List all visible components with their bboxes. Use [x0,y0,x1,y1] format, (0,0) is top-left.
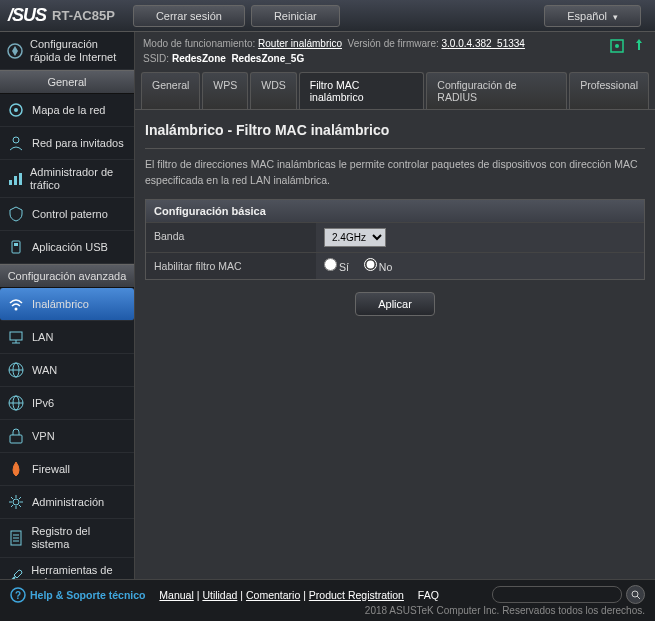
topbar: /SUS RT-AC85P Cerrar sesión Reiniciar Es… [0,0,655,32]
logout-button[interactable]: Cerrar sesión [133,5,245,27]
panel-header: Configuración básica [146,200,644,222]
radio-yes[interactable] [324,258,337,271]
svg-rect-4 [9,180,12,185]
sidebar-item-label: Firewall [32,463,70,476]
usb-icon [6,237,26,257]
apply-button[interactable]: Aplicar [355,292,435,316]
lan-icon [6,327,26,347]
sidebar-item-registro-del-sistema[interactable]: Registro del sistema [0,519,134,557]
help-icon[interactable]: ? [10,587,26,603]
info-strip: Modo de funcionamiento: Router inalámbri… [135,32,655,72]
radio-no-label[interactable]: No [364,258,392,273]
svg-line-31 [637,596,640,599]
sidebar: Configuración rápida de Internet General… [0,32,135,579]
svg-rect-5 [14,176,17,185]
traffic-icon [6,169,24,189]
brand-logo: /SUS [8,5,46,26]
language-button[interactable]: Español [544,5,641,27]
qis-icon [6,41,24,61]
sidebar-item-label: Configuración rápida de Internet [30,38,128,63]
tab-configuración-de-radius[interactable]: Configuración de RADIUS [426,72,567,109]
sidebar-item-ipv6[interactable]: IPv6 [0,387,134,420]
page-description: El filtro de direcciones MAC inalámbrica… [145,157,645,189]
ssid-label: SSID: [143,53,169,64]
tab-wps[interactable]: WPS [202,72,248,109]
footer: ? Help & Soporte técnico Manual | Utilid… [0,579,655,621]
sidebar-item-herramientas-de-red[interactable]: Herramientas de red [0,558,134,579]
sidebar-item-label: Aplicación USB [32,241,108,254]
sidebar-item-label: Red para invitados [32,137,124,150]
map-icon [6,100,26,120]
mode-value-link[interactable]: Router inalámbrico [258,38,342,49]
svg-rect-6 [19,173,22,185]
sidebar-item-vpn[interactable]: VPN [0,420,134,453]
faq-search-input[interactable] [492,586,622,603]
svg-point-20 [13,499,19,505]
radio-yes-label[interactable]: Sí [324,258,349,273]
guest-icon [6,133,26,153]
sidebar-item-label: VPN [32,430,55,443]
footer-link-product-registration[interactable]: Product Registration [309,589,404,601]
log-icon [6,528,25,548]
footer-link-utilidad[interactable]: Utilidad [202,589,237,601]
page-title: Inalámbrico - Filtro MAC inalámbrico [145,122,645,138]
sidebar-header-general: General [0,70,134,94]
aimesh-icon[interactable] [609,38,625,54]
sidebar-item-firewall[interactable]: Firewall [0,453,134,486]
usb-icon[interactable] [631,38,647,54]
search-go-button[interactable] [626,585,645,604]
tabs: GeneralWPSWDSFiltro MAC inalámbricoConfi… [135,72,655,110]
sidebar-item-label: Registro del sistema [31,525,128,550]
tab-professional[interactable]: Professional [569,72,649,109]
sidebar-item-mapa-de-la-red[interactable]: Mapa de la red [0,94,134,127]
reboot-button[interactable]: Reiniciar [251,5,340,27]
ipv6-icon [6,393,26,413]
language-select[interactable]: Español [544,5,647,27]
sidebar-item-administración[interactable]: Administración [0,486,134,519]
sidebar-item-label: Administrador de tráfico [30,166,128,191]
sidebar-item-qis[interactable]: Configuración rápida de Internet [0,32,134,70]
sidebar-item-lan[interactable]: LAN [0,321,134,354]
copyright: 2018 ASUSTeK Computer Inc. Reservados to… [10,605,645,616]
sidebar-item-label: Control paterno [32,208,108,221]
sidebar-item-administrador-de-tráfico[interactable]: Administrador de tráfico [0,160,134,198]
admin-icon [6,492,26,512]
sidebar-item-wan[interactable]: WAN [0,354,134,387]
svg-text:?: ? [15,590,21,601]
footer-link-manual[interactable]: Manual [159,589,193,601]
faq-label: FAQ [418,589,439,601]
ssid2: RedesZone_5G [231,53,304,64]
fw-value-link[interactable]: 3.0.0.4.382_51334 [442,38,525,49]
sidebar-item-control-paterno[interactable]: Control paterno [0,198,134,231]
svg-rect-8 [14,243,18,246]
model-label: RT-AC85P [52,8,115,23]
fw-label: Versión de firmware: [348,38,439,49]
sidebar-item-label: WAN [32,364,57,377]
svg-rect-7 [12,241,20,253]
wifi-icon [6,294,26,314]
sidebar-item-inalámbrico[interactable]: Inalámbrico [0,288,134,321]
tab-wds[interactable]: WDS [250,72,297,109]
footer-link-comentario[interactable]: Comentario [246,589,300,601]
sidebar-item-label: Mapa de la red [32,104,105,117]
band-select[interactable]: 2.4GHz [324,228,386,247]
tools-icon [6,566,25,579]
mode-label: Modo de funcionamiento: [143,38,255,49]
sidebar-item-aplicación-usb[interactable]: Aplicación USB [0,231,134,264]
sidebar-item-label: LAN [32,331,53,344]
sidebar-item-label: Administración [32,496,104,509]
sidebar-header-advanced: Configuración avanzada [0,264,134,288]
wan-icon [6,360,26,380]
parent-icon [6,204,26,224]
svg-point-27 [615,44,619,48]
svg-rect-10 [10,332,22,340]
svg-point-2 [14,108,18,112]
sidebar-item-label: Inalámbrico [32,298,89,311]
radio-no[interactable] [364,258,377,271]
fw-icon [6,459,26,479]
sidebar-item-red-para-invitados[interactable]: Red para invitados [0,127,134,160]
sidebar-item-label: IPv6 [32,397,54,410]
tab-filtro-mac-inalámbrico[interactable]: Filtro MAC inalámbrico [299,72,425,109]
tab-general[interactable]: General [141,72,200,109]
ssid1: RedesZone [172,53,226,64]
